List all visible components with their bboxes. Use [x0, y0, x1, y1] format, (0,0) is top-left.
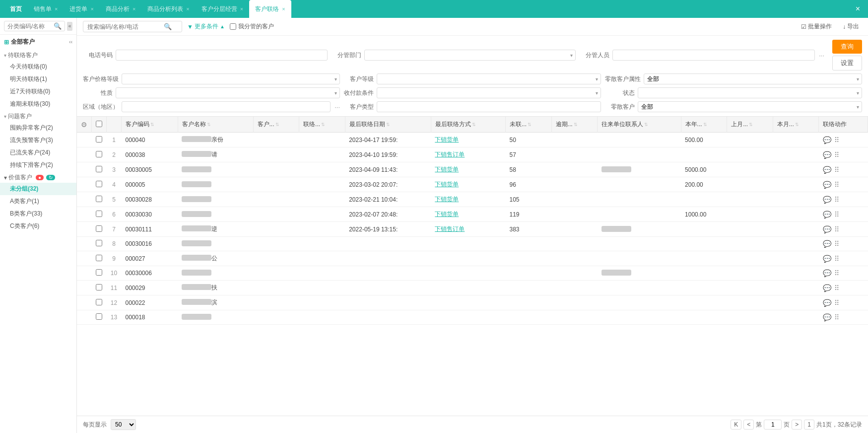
sidebar-all-customers[interactable]: ⊞ 全部客户 ‹‹: [0, 35, 76, 49]
filter-select-nature[interactable]: [116, 87, 340, 98]
phone-action-icon[interactable]: 💬: [823, 151, 831, 159]
batch-op-button[interactable]: ☑ 批量操作: [798, 21, 835, 32]
last-page-button[interactable]: 1: [804, 420, 814, 430]
phone-action-icon[interactable]: 💬: [823, 166, 831, 174]
row-checkbox[interactable]: [96, 225, 102, 232]
filter-select-payment[interactable]: [377, 87, 601, 98]
more-action-icon[interactable]: ⠿: [834, 225, 839, 233]
close-icon[interactable]: ×: [240, 6, 243, 12]
filter-select-retail-attr[interactable]: 全部: [644, 73, 862, 84]
sidebar-search-icon[interactable]: 🔍: [54, 22, 62, 30]
filter-select-retail-customer[interactable]: 全部: [638, 101, 862, 112]
first-page-button[interactable]: K: [731, 420, 741, 430]
row-checkbox[interactable]: [96, 196, 102, 202]
more-action-icon[interactable]: ⠿: [834, 299, 839, 307]
contact-way-link[interactable]: 下销售订单: [435, 151, 465, 158]
row-checkbox[interactable]: [96, 240, 102, 246]
more-icon-region[interactable]: ···: [334, 103, 340, 111]
sidebar-collapse-button[interactable]: «: [67, 22, 72, 31]
sort-icon[interactable]: ⇅: [275, 122, 279, 127]
sort-icon[interactable]: ⇅: [386, 122, 390, 127]
phone-action-icon[interactable]: 💬: [823, 299, 831, 307]
more-action-icon[interactable]: ⠿: [834, 211, 839, 218]
more-action-icon[interactable]: ⠿: [834, 181, 839, 189]
close-icon[interactable]: ×: [133, 6, 135, 12]
sidebar-item-declining[interactable]: 持续下滑客户(2): [0, 159, 76, 171]
sort-icon[interactable]: ⇅: [528, 122, 532, 127]
phone-action-icon[interactable]: 💬: [823, 284, 831, 292]
more-action-icon[interactable]: ⠿: [834, 166, 839, 174]
filter-search-icon[interactable]: 🔍: [164, 23, 172, 30]
sidebar-item-overdue-contact[interactable]: 逾期未联络(30): [0, 98, 76, 110]
sidebar-item-class-c[interactable]: C类客户(6): [0, 220, 76, 232]
filter-input-region[interactable]: [122, 101, 331, 112]
filter-search-input[interactable]: [87, 23, 162, 30]
settings-icon[interactable]: ⚙: [81, 121, 87, 129]
row-checkbox[interactable]: [96, 211, 102, 217]
contact-way-link[interactable]: 下销货单: [435, 136, 459, 143]
export-button[interactable]: ↓ 导出: [840, 21, 862, 32]
filter-input-phone[interactable]: [116, 50, 328, 61]
sort-icon[interactable]: ⇅: [703, 122, 707, 127]
row-checkbox[interactable]: [96, 299, 102, 305]
sort-icon[interactable]: ⇅: [207, 122, 211, 127]
sort-icon[interactable]: ⇅: [644, 122, 648, 127]
more-action-icon[interactable]: ⠿: [834, 313, 839, 321]
window-close-button[interactable]: ×: [852, 4, 864, 13]
tab-purchase[interactable]: 进货单 ×: [64, 0, 99, 18]
phone-action-icon[interactable]: 💬: [823, 211, 831, 218]
contact-way-link[interactable]: 下销货单: [435, 166, 459, 173]
contact-way-link[interactable]: 下销货单: [435, 196, 459, 203]
tab-customer-contact[interactable]: 客户联络 ×: [249, 0, 291, 18]
sidebar-item-today-contact[interactable]: 今天待联络(0): [0, 61, 76, 73]
row-checkbox[interactable]: [96, 181, 102, 187]
row-checkbox[interactable]: [96, 284, 102, 290]
tab-home[interactable]: 首页: [4, 0, 28, 18]
page-input[interactable]: [764, 420, 782, 430]
row-checkbox[interactable]: [96, 136, 102, 143]
reset-button[interactable]: 设置: [832, 56, 862, 71]
filter-select-price-level[interactable]: [122, 73, 340, 84]
next-page-button[interactable]: >: [792, 420, 802, 430]
sidebar-item-tomorrow-contact[interactable]: 明天待联络(1): [0, 73, 76, 85]
sidebar-item-7day-contact[interactable]: 近7天待联络(0): [0, 85, 76, 98]
contact-way-link[interactable]: 下销货单: [435, 211, 459, 217]
close-icon[interactable]: ×: [282, 6, 285, 12]
row-checkbox[interactable]: [96, 255, 102, 261]
more-action-icon[interactable]: ⠿: [834, 269, 839, 277]
phone-action-icon[interactable]: 💬: [823, 240, 831, 248]
sidebar-item-class-b[interactable]: B类客户(33): [0, 208, 76, 220]
my-customers-filter[interactable]: 我分管的客户: [230, 22, 274, 31]
more-action-icon[interactable]: ⠿: [834, 255, 839, 263]
page-size-select[interactable]: 50 100: [111, 419, 136, 430]
filter-input-manager[interactable]: [612, 50, 815, 61]
sort-icon[interactable]: ⇅: [321, 122, 325, 127]
contact-way-link[interactable]: 下销售订单: [435, 225, 465, 232]
phone-action-icon[interactable]: 💬: [823, 255, 831, 263]
close-icon[interactable]: ×: [186, 6, 189, 12]
row-checkbox[interactable]: [96, 313, 102, 320]
sidebar-item-class-a[interactable]: A类客户(1): [0, 195, 76, 208]
filter-select-status[interactable]: [638, 87, 862, 98]
sidebar-search-input[interactable]: [7, 23, 52, 30]
tab-sales[interactable]: 销售单 ×: [28, 0, 64, 18]
filter-select-customer-level[interactable]: [377, 73, 601, 84]
sidebar-item-ungroup[interactable]: 未分组(32): [0, 183, 76, 195]
tab-product-analysis-list[interactable]: 商品分析列表 ×: [141, 0, 195, 18]
phone-action-icon[interactable]: 💬: [823, 181, 831, 189]
sort-icon[interactable]: ⇅: [795, 122, 799, 127]
more-action-icon[interactable]: ⠿: [834, 151, 839, 159]
prev-page-button[interactable]: <: [743, 420, 754, 430]
sort-icon[interactable]: ⇅: [574, 122, 578, 127]
more-action-icon[interactable]: ⠿: [834, 196, 839, 204]
phone-action-icon[interactable]: 💬: [823, 313, 831, 321]
more-conditions-button[interactable]: ▼ 更多条件 ▲: [187, 22, 225, 31]
more-action-icon[interactable]: ⠿: [834, 240, 839, 248]
row-checkbox[interactable]: [96, 151, 102, 157]
sort-icon[interactable]: ⇅: [150, 122, 154, 127]
sidebar-item-churned[interactable]: 已流失客户(24): [0, 146, 76, 159]
more-action-icon[interactable]: ⠿: [834, 284, 839, 292]
filter-input-customer-type[interactable]: [377, 101, 601, 112]
row-checkbox[interactable]: [96, 269, 102, 276]
select-all-checkbox[interactable]: [96, 121, 102, 127]
